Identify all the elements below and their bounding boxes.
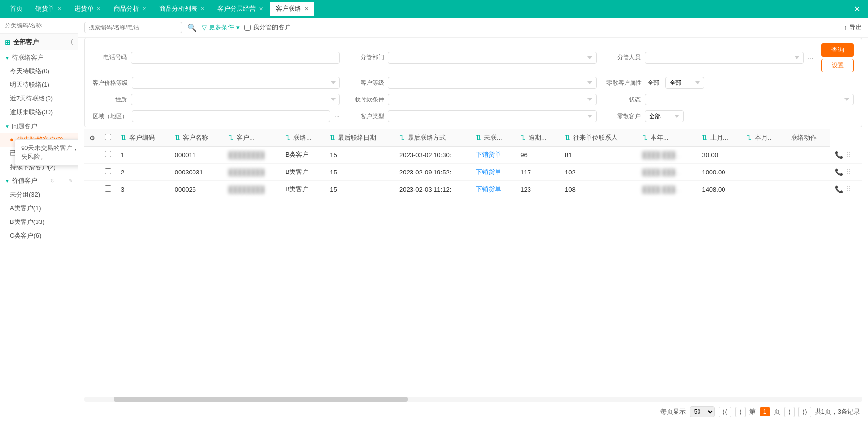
sidebar-group-value[interactable]: ▼ 价值客户 ↻ ✎	[0, 174, 78, 188]
row-checkbox[interactable]	[105, 185, 111, 192]
sort-icon[interactable]: ⇅	[175, 134, 180, 141]
tab-customer-layer[interactable]: 客户分层经营 ✕	[212, 2, 269, 16]
customer-type-select[interactable]	[388, 110, 597, 122]
close-icon[interactable]: ✕	[57, 6, 62, 12]
query-button[interactable]: 查询	[821, 43, 854, 57]
sidebar-item-tomorrow[interactable]: 明天待联络(1)	[0, 78, 78, 92]
sidebar-group-problem[interactable]: ▼ 问题客户	[0, 119, 78, 133]
horizontal-scrollbar[interactable]	[84, 397, 862, 402]
col-overdue-header[interactable]: ⇅ 逾期...	[515, 129, 560, 147]
search-input[interactable]	[84, 22, 182, 33]
tab-sales[interactable]: 销货单 ✕	[29, 2, 68, 16]
nature-select[interactable]	[131, 94, 340, 105]
scroll-thumb[interactable]	[114, 397, 408, 402]
tab-analysis-list[interactable]: 商品分析列表 ✕	[153, 2, 211, 16]
next-page-button[interactable]: ⟩	[784, 407, 795, 417]
col-last-date-header[interactable]: ⇅ 最后联络日期	[325, 129, 394, 147]
settings-icon[interactable]: ⚙	[89, 134, 95, 142]
row-checkbox[interactable]	[105, 151, 111, 157]
settings-button[interactable]: 设置	[821, 59, 854, 72]
last-method-link[interactable]: 下销货单	[476, 185, 501, 193]
dept-select[interactable]	[388, 52, 597, 64]
region-dots[interactable]: ···	[334, 112, 340, 120]
sort-icon[interactable]: ⇅	[399, 134, 405, 141]
more-action-icon[interactable]: ⠿	[846, 168, 851, 176]
more-action-icon[interactable]: ⠿	[846, 185, 851, 193]
row-last-method-cell[interactable]: 下销货单	[471, 164, 515, 181]
last-method-link[interactable]: 下销货单	[476, 168, 501, 175]
more-action-icon[interactable]: ⠿	[846, 151, 851, 159]
per-page-select[interactable]: 50 100 200	[690, 406, 715, 417]
close-icon[interactable]: ✕	[304, 6, 309, 12]
close-icon[interactable]: ✕	[96, 6, 101, 12]
sidebar-search-input[interactable]	[5, 22, 78, 29]
row-checkbox[interactable]	[105, 168, 111, 174]
price-level-select[interactable]	[132, 77, 340, 89]
sort-icon[interactable]: ⇅	[476, 134, 481, 141]
sidebar-item-overdue[interactable]: 逾期未联络(30)	[0, 105, 78, 119]
col-contact-count-header[interactable]: ⇅ 联络...	[280, 129, 325, 147]
row-checkbox-cell[interactable]	[100, 181, 116, 198]
last-page-button[interactable]: ⟩⟩	[798, 407, 811, 417]
refresh-icon[interactable]: ↻	[50, 178, 55, 184]
tab-purchase[interactable]: 进货单 ✕	[69, 2, 107, 16]
contact-icon[interactable]: 📞	[835, 151, 843, 159]
col-uncontacted-header[interactable]: ⇅ 未联...	[471, 129, 515, 147]
manager-dots[interactable]: ···	[808, 54, 814, 62]
more-conditions-button[interactable]: ▽ 更多条件 ▾	[202, 23, 240, 32]
sort-icon[interactable]: ⇅	[747, 134, 752, 141]
sidebar-item-7days[interactable]: 近7天待联络(0)	[0, 92, 78, 105]
col-type-header[interactable]: ⇅ 客户...	[223, 129, 280, 147]
contact-icon[interactable]: 📞	[835, 168, 843, 176]
sort-icon[interactable]: ⇅	[121, 134, 126, 141]
sort-icon[interactable]: ⇅	[285, 134, 290, 141]
sort-icon[interactable]: ⇅	[520, 134, 526, 141]
col-this-year-header[interactable]: ⇅ 本年...	[637, 129, 697, 147]
col-contact-person-header[interactable]: ⇅ 往来单位联系人	[560, 129, 637, 147]
my-customers-checkbox[interactable]	[244, 25, 251, 31]
col-settings-header[interactable]: ⚙	[84, 129, 100, 147]
phone-input[interactable]	[131, 52, 340, 64]
sidebar-item-today[interactable]: 今天待联络(0)	[0, 64, 78, 78]
payment-select[interactable]	[388, 94, 597, 105]
region-input[interactable]	[132, 110, 330, 122]
col-last-month-header[interactable]: ⇅ 上月...	[697, 129, 742, 147]
sidebar-item-class-c[interactable]: C类客户(6)	[0, 229, 78, 243]
col-this-month-header[interactable]: ⇅ 本月...	[742, 129, 786, 147]
sidebar-group-pending[interactable]: ▼ 待联络客户	[0, 50, 78, 64]
customer-level-select[interactable]	[388, 77, 597, 89]
tab-analysis[interactable]: 商品分析 ✕	[108, 2, 152, 16]
my-customers-checkbox-label[interactable]: 我分管的客户	[244, 23, 291, 32]
sidebar-item-ungrouped[interactable]: 未分组(32)	[0, 188, 78, 201]
scatter-attr-select[interactable]: 全部	[665, 77, 704, 89]
status-select[interactable]	[645, 94, 854, 105]
col-code-header[interactable]: ⇅ 客户编码	[116, 129, 170, 147]
close-icon[interactable]: ✕	[259, 6, 263, 12]
row-checkbox-cell[interactable]	[100, 147, 116, 164]
close-icon[interactable]: ✕	[142, 6, 146, 12]
sort-icon[interactable]: ⇅	[642, 134, 648, 141]
export-button[interactable]: ↑ 导出	[844, 23, 863, 32]
scatter-customer-select[interactable]: 全部	[645, 110, 684, 122]
sort-icon[interactable]: ⇅	[330, 134, 335, 141]
select-all-checkbox[interactable]	[105, 134, 111, 140]
sidebar-item-class-a[interactable]: A类客户(1)	[0, 201, 78, 215]
last-method-link[interactable]: 下销货单	[476, 151, 501, 158]
manager-select[interactable]	[645, 52, 804, 64]
edit-icon[interactable]: ✎	[69, 178, 73, 184]
search-button[interactable]: 🔍	[187, 23, 197, 32]
first-page-button[interactable]: ⟨⟨	[719, 407, 731, 417]
collapse-icon[interactable]: 《	[67, 38, 73, 47]
col-name-header[interactable]: ⇅ 客户名称	[170, 129, 224, 147]
close-icon[interactable]: ✕	[200, 6, 205, 12]
sort-icon[interactable]: ⇅	[228, 134, 234, 141]
row-last-method-cell[interactable]: 下销货单	[471, 181, 515, 198]
tab-home[interactable]: 首页	[4, 2, 28, 16]
tab-customer-contact[interactable]: 客户联络 ✕	[270, 2, 314, 16]
row-checkbox-cell[interactable]	[100, 164, 116, 181]
close-all-button[interactable]: ✕	[850, 4, 864, 14]
all-customers-header[interactable]: ⊞ 全部客户 《	[0, 34, 78, 50]
col-checkbox-header[interactable]	[100, 129, 116, 147]
col-last-method-header[interactable]: ⇅ 最后联络方式	[394, 129, 471, 147]
sort-icon[interactable]: ⇅	[702, 134, 707, 141]
